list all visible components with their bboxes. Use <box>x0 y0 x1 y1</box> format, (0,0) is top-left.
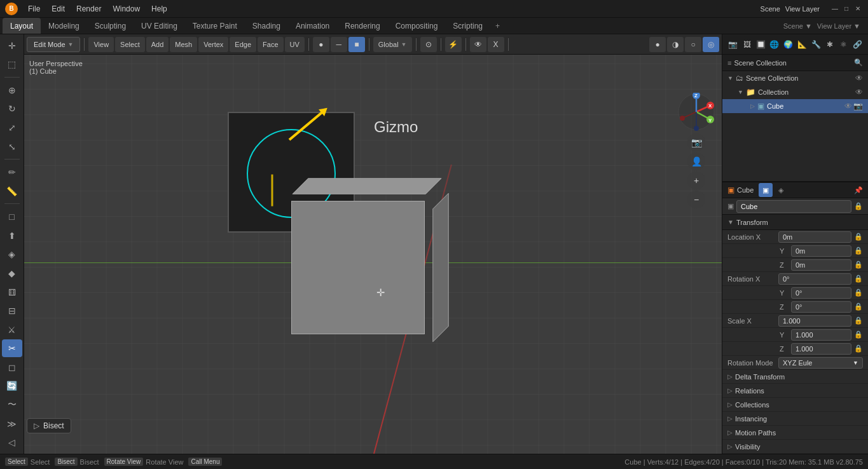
menu-window[interactable]: Window <box>107 3 145 15</box>
menu-help[interactable]: Help <box>146 3 172 15</box>
snapping-button[interactable]: ⚡ <box>445 37 462 52</box>
scale-x-value[interactable]: 1.000 <box>778 315 851 327</box>
cube-render-icon[interactable]: 📷 <box>853 102 863 111</box>
rotation-x-lock[interactable]: 🔒 <box>854 275 863 283</box>
vertex-select-mode[interactable]: ● <box>313 37 329 52</box>
bevel-tool[interactable]: ◆ <box>2 264 22 282</box>
prop-tab-particles[interactable]: ✱ <box>824 37 836 52</box>
walk-mode-button[interactable]: 👤 <box>687 153 705 170</box>
annotate-tool[interactable]: ✏ <box>2 163 22 181</box>
prop-tab-scene[interactable]: 🌐 <box>769 37 780 52</box>
tab-sculpting[interactable]: Sculpting <box>87 18 134 34</box>
extrude-tool[interactable]: ⬆ <box>2 227 22 245</box>
loop-cut-tool[interactable]: ⚅ <box>2 283 22 301</box>
location-x-lock[interactable]: 🔒 <box>854 233 863 241</box>
select-tool[interactable]: ⬚ <box>2 56 22 74</box>
outliner-collection[interactable]: ▼ 📁 Collection 👁 <box>722 85 868 99</box>
transform-tool[interactable]: ⤡ <box>2 138 22 156</box>
prop-tab-physics[interactable]: ⚛ <box>838 37 850 52</box>
move-tool[interactable]: ⊕ <box>2 81 22 99</box>
tab-animation[interactable]: Animation <box>288 18 337 34</box>
relations-section[interactable]: ▷ Relations <box>722 384 868 398</box>
outliner-cube[interactable]: ▷ ▣ Cube 👁 📷 <box>722 99 868 113</box>
shading-wireframe[interactable]: ◎ <box>703 37 719 52</box>
sub-tab-data[interactable]: ◈ <box>774 183 788 197</box>
close-button[interactable]: ✕ <box>853 4 863 14</box>
edge-menu[interactable]: Edge <box>230 37 256 52</box>
cube-eye-icon[interactable]: 👁 <box>844 102 852 111</box>
prop-pin-icon[interactable]: 📌 <box>854 186 863 194</box>
prop-tab-view-layer[interactable]: 🔲 <box>755 37 766 52</box>
outliner-scene-collection[interactable]: ▼ 🗂 Scene Collection 👁 <box>722 71 868 85</box>
scale-z-value[interactable]: 1.000 <box>791 343 851 355</box>
scale-tool[interactable]: ⤢ <box>2 119 22 137</box>
shading-solid[interactable]: ● <box>649 37 666 52</box>
viewport-overlay-button[interactable]: 👁 <box>470 37 486 52</box>
rotation-mode-dropdown[interactable]: XYZ Eule ▼ <box>778 357 863 369</box>
bisect-tool[interactable]: ✂ <box>2 339 22 357</box>
motion-paths-section[interactable]: ▷ Motion Paths <box>722 426 868 440</box>
shading-material[interactable]: ◑ <box>667 37 684 52</box>
tab-modeling[interactable]: Modeling <box>41 18 87 34</box>
location-x-value[interactable]: 0m <box>778 231 851 243</box>
location-z-value[interactable]: 0m <box>791 259 851 271</box>
tab-rendering[interactable]: Rendering <box>337 18 387 34</box>
outliner-search-icon[interactable]: 🔍 <box>854 58 863 67</box>
menu-edit[interactable]: Edit <box>46 3 70 15</box>
inset-tool[interactable]: ◈ <box>2 246 22 264</box>
scene-select[interactable]: Scene ▼ <box>783 22 812 30</box>
prop-tab-modifier[interactable]: 🔧 <box>810 37 822 52</box>
axis-widget[interactable]: X Y Z <box>677 93 715 131</box>
proportional-editing-button[interactable]: ⊙ <box>420 37 437 52</box>
prop-tab-render[interactable]: 📷 <box>727 37 739 52</box>
view-layer-select[interactable]: View Layer ▼ <box>817 22 860 30</box>
edge-select-mode[interactable]: ─ <box>331 37 347 52</box>
bisect-expand-icon[interactable]: ▷ <box>34 421 39 430</box>
offset-edge-loop-tool[interactable]: ⊟ <box>2 302 22 320</box>
prop-tab-output[interactable]: 🖼 <box>741 37 753 52</box>
camera-view-button[interactable]: 📷 <box>687 133 705 151</box>
xray-toggle[interactable]: X <box>488 37 504 52</box>
shading-rendered[interactable]: ○ <box>685 37 701 52</box>
scale-y-value[interactable]: 1.000 <box>791 329 851 341</box>
object-name-input[interactable] <box>736 200 851 213</box>
tab-shading[interactable]: Shading <box>245 18 288 34</box>
menu-file[interactable]: File <box>23 3 45 15</box>
rotate-tool[interactable]: ↻ <box>2 100 22 118</box>
cursor-tool[interactable]: ✛ <box>2 37 22 55</box>
edge-slide-tool[interactable]: ≫ <box>2 415 22 433</box>
rotation-x-value[interactable]: 0° <box>778 273 851 285</box>
maximize-button[interactable]: □ <box>841 4 851 14</box>
add-workspace-button[interactable]: + <box>490 18 505 34</box>
prop-tab-world[interactable]: 🌍 <box>783 37 794 52</box>
collection-eye-icon[interactable]: 👁 <box>855 88 863 97</box>
rotation-y-lock[interactable]: 🔒 <box>854 289 863 297</box>
tab-uv-editing[interactable]: UV Editing <box>134 18 185 34</box>
add-menu[interactable]: Add <box>146 37 169 52</box>
measure-tool[interactable]: 📏 <box>2 182 22 200</box>
sub-tab-object[interactable]: ▣ <box>759 183 773 197</box>
rotation-y-value[interactable]: 0° <box>791 287 851 299</box>
eye-icon[interactable]: 👁 <box>855 74 863 83</box>
instancing-section[interactable]: ▷ Instancing <box>722 412 868 426</box>
visibility-section[interactable]: ▷ Visibility <box>722 440 868 454</box>
uv-menu[interactable]: UV <box>285 37 305 52</box>
location-y-lock[interactable]: 🔒 <box>854 247 863 255</box>
add-cube-tool[interactable]: □ <box>2 208 22 226</box>
select-menu[interactable]: Select <box>115 37 145 52</box>
tab-scripting[interactable]: Scripting <box>445 18 490 34</box>
prop-tab-constraints[interactable]: 🔗 <box>851 37 863 52</box>
scale-x-lock[interactable]: 🔒 <box>854 316 863 325</box>
mode-select-button[interactable]: Edit Mode ▼ <box>27 37 80 52</box>
delta-transform-section[interactable]: ▷ Delta Transform <box>722 370 868 384</box>
prop-tab-object[interactable]: 📐 <box>797 37 808 52</box>
rotation-z-lock[interactable]: 🔒 <box>854 302 863 311</box>
knife-tool[interactable]: ⚔ <box>2 321 22 339</box>
face-select-mode[interactable]: ■ <box>348 37 365 52</box>
shear-tool[interactable]: ◁ <box>2 433 22 451</box>
face-menu[interactable]: Face <box>258 37 283 52</box>
collections-section[interactable]: ▷ Collections <box>722 398 868 412</box>
viewport[interactable]: User Perspective (1) Cube Gizmo ✛ <box>24 55 722 454</box>
scale-y-lock[interactable]: 🔒 <box>854 330 863 339</box>
location-z-lock[interactable]: 🔒 <box>854 261 863 269</box>
